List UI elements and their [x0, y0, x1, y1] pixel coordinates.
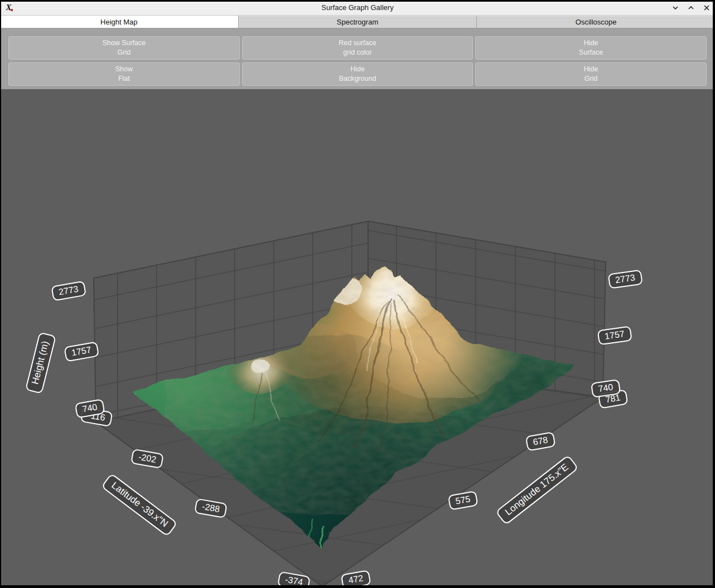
window-controls: [670, 0, 712, 16]
hide-background-button[interactable]: Hide Background: [242, 62, 474, 86]
window-title: Surface Graph Gallery: [0, 3, 715, 12]
show-flat-button[interactable]: Show Flat: [8, 62, 240, 86]
button-label: Hide: [584, 65, 598, 74]
hide-surface-button[interactable]: Hide Surface: [475, 36, 707, 60]
maximize-button[interactable]: [686, 3, 696, 13]
button-label: grid color: [343, 48, 371, 57]
control-panel: Show Surface Grid Red surface grid color…: [0, 28, 715, 89]
button-label: Surface: [579, 48, 603, 57]
surface-grid-color-button[interactable]: Red surface grid color: [242, 36, 474, 60]
button-label: Background: [339, 74, 376, 84]
button-label: Red surface: [339, 38, 376, 48]
app-icon: X: [4, 3, 13, 12]
close-icon: [703, 4, 711, 12]
chevron-up-icon: [687, 4, 695, 12]
tabbar: Height Map Spectrogram Oscilloscope: [0, 16, 715, 28]
app-window: X Surface Graph Gallery Height Map Spect…: [0, 0, 715, 588]
shade-button[interactable]: [670, 3, 680, 13]
button-label: Grid: [118, 48, 131, 57]
titlebar: X Surface Graph Gallery: [0, 0, 715, 16]
button-label: Show: [115, 65, 133, 74]
button-label: Hide: [350, 65, 365, 74]
show-surface-grid-button[interactable]: Show Surface Grid: [8, 36, 240, 60]
surface-plot[interactable]: 781 678 575 472 Longitude 175.x"E -116 -…: [0, 89, 715, 588]
tab-spectrogram[interactable]: Spectrogram: [239, 16, 477, 28]
close-button[interactable]: [702, 3, 712, 13]
button-label: Hide: [584, 38, 598, 48]
button-label: Show Surface: [102, 38, 146, 48]
tab-oscilloscope[interactable]: Oscilloscope: [477, 16, 715, 28]
chevron-down-icon: [671, 4, 679, 12]
tab-height-map[interactable]: Height Map: [0, 16, 239, 28]
hide-grid-button[interactable]: Hide Grid: [475, 62, 707, 86]
button-label: Grid: [584, 74, 598, 84]
button-label: Flat: [118, 74, 130, 84]
